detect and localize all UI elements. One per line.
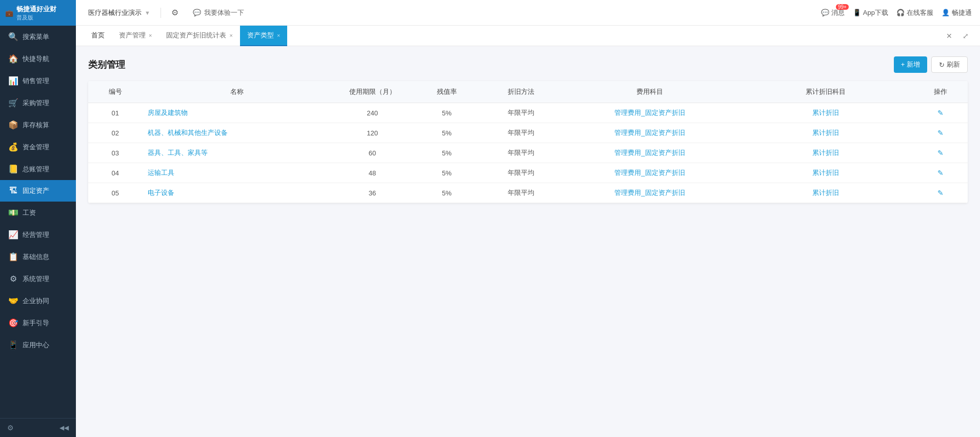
col-header-action: 操作 <box>913 81 968 103</box>
sidebar-item-sales[interactable]: 📊 销售管理 <box>0 70 76 92</box>
edit-button[interactable]: ✎ <box>937 149 944 157</box>
edit-button[interactable]: ✎ <box>937 129 944 137</box>
table-row: 01 房屋及建筑物 240 5% 年限平均 管理费用_固定资产折旧 累计折旧 ✎ <box>88 103 968 123</box>
chart-icon: 📊 <box>8 76 18 86</box>
col-header-code: 编号 <box>88 81 143 103</box>
settings-icon[interactable]: ⚙ <box>7 424 14 432</box>
cell-method: 年限平均 <box>481 123 562 143</box>
sidebar-item-funds[interactable]: 💰 资金管理 <box>0 136 76 158</box>
tab-close-assets-mgmt[interactable]: × <box>149 32 152 38</box>
sidebar-item-inventory[interactable]: 📦 库存核算 <box>0 114 76 136</box>
sidebar-item-label: 资金管理 <box>23 143 49 152</box>
chat-icon: 💬 <box>193 9 201 16</box>
handshake-icon: 🤝 <box>8 296 18 306</box>
avatar-icon: 👤 <box>942 9 950 16</box>
refresh-icon: ↻ <box>939 61 945 69</box>
cell-expense: 管理费用_固定资产折旧 <box>562 143 737 163</box>
sidebar: 💼 畅捷通好业财 普及版 🔍 搜索菜单 🏠 快捷导航 📊 销售管理 🛒 采购管理… <box>0 0 76 437</box>
search-icon: 🔍 <box>8 32 18 42</box>
cell-period: 60 <box>332 143 413 163</box>
tab-assets-mgmt[interactable]: 资产管理 × <box>112 26 159 46</box>
user-name: 畅捷通 <box>952 8 972 17</box>
tab-close-fixed-assets-table[interactable]: × <box>229 32 232 38</box>
sidebar-item-ledger[interactable]: 📒 总账管理 <box>0 158 76 180</box>
cell-code: 03 <box>88 143 143 163</box>
sidebar-item-fixed-assets[interactable]: 🏗 固定资产 <box>0 180 76 202</box>
sidebar-item-label: 总账管理 <box>23 165 49 174</box>
cell-accum: 累计折旧 <box>737 103 913 123</box>
page-title: 类别管理 <box>88 58 125 71</box>
sidebar-item-label: 采购管理 <box>23 98 49 108</box>
experience-button[interactable]: 💬 我要体验一下 <box>189 6 248 19</box>
sidebar-item-basic-info[interactable]: 📋 基础信息 <box>0 246 76 268</box>
cell-action: ✎ <box>913 103 968 123</box>
sidebar-item-guide[interactable]: 🎯 新手引导 <box>0 312 76 334</box>
cell-period: 48 <box>332 163 413 183</box>
sidebar-item-enterprise[interactable]: 🤝 企业协同 <box>0 290 76 312</box>
app-selector[interactable]: 医疗器械行业演示 ▼ <box>84 6 154 19</box>
cell-action: ✎ <box>913 143 968 163</box>
cell-action: ✎ <box>913 123 968 143</box>
table-row: 03 器具、工具、家具等 60 5% 年限平均 管理费用_固定资产折旧 累计折旧… <box>88 143 968 163</box>
tab-asset-type[interactable]: 资产类型 × <box>240 26 287 46</box>
edit-button[interactable]: ✎ <box>937 189 944 197</box>
online-service-button[interactable]: 🎧 在线客服 <box>896 8 933 17</box>
cell-accum: 累计折旧 <box>737 123 913 143</box>
tab-assets-mgmt-label: 资产管理 <box>119 31 146 40</box>
col-header-accum: 累计折旧科目 <box>737 81 913 103</box>
sidebar-item-label: 系统管理 <box>23 274 49 284</box>
sidebar-item-quick-nav[interactable]: 🏠 快捷导航 <box>0 48 76 70</box>
tab-fixed-assets-table[interactable]: 固定资产折旧统计表 × <box>159 26 239 46</box>
service-icon: 🎧 <box>896 9 905 16</box>
trend-icon: 📈 <box>8 230 18 240</box>
edit-button[interactable]: ✎ <box>937 169 944 177</box>
money-icon: 💰 <box>8 142 18 152</box>
refresh-button[interactable]: ↻ 刷新 <box>931 56 968 73</box>
data-table-container: 编号 名称 使用期限（月） 残值率 折旧方法 费用科目 累计折旧科目 操作 01… <box>88 81 968 203</box>
topbar: 医疗器械行业演示 ▼ ⚙ 💬 我要体验一下 💬 消息 99+ 📱 App下载 🎧… <box>76 0 980 26</box>
cell-period: 240 <box>332 103 413 123</box>
sidebar-item-app-center[interactable]: 📱 应用中心 <box>0 334 76 356</box>
sidebar-item-operations[interactable]: 📈 经营管理 <box>0 224 76 246</box>
book-icon: 📒 <box>8 164 18 174</box>
collapse-icon[interactable]: ◀◀ <box>59 424 69 431</box>
cell-name: 电子设备 <box>143 183 332 203</box>
table-header: 编号 名称 使用期限（月） 残值率 折旧方法 费用科目 累计折旧科目 操作 <box>88 81 968 103</box>
col-header-method: 折旧方法 <box>481 81 562 103</box>
messages-button[interactable]: 💬 消息 99+ <box>821 8 845 17</box>
cell-residual: 5% <box>413 183 481 203</box>
target-icon: 🎯 <box>8 318 18 328</box>
home-icon: 🏠 <box>8 54 18 64</box>
sidebar-item-label: 工资 <box>23 208 36 217</box>
tab-maximize-button[interactable]: ⤢ <box>959 30 972 42</box>
sidebar-item-label: 应用中心 <box>23 341 49 350</box>
table-body: 01 房屋及建筑物 240 5% 年限平均 管理费用_固定资产折旧 累计折旧 ✎… <box>88 103 968 203</box>
sidebar-item-system[interactable]: ⚙ 系统管理 <box>0 268 76 290</box>
tab-home[interactable]: 首页 <box>84 26 112 46</box>
message-icon: 💬 <box>821 9 829 16</box>
app-logo: 💼 畅捷通好业财 普及版 <box>0 0 76 26</box>
app-download-label: App下载 <box>863 8 888 17</box>
cell-accum: 累计折旧 <box>737 163 913 183</box>
cell-accum: 累计折旧 <box>737 183 913 203</box>
cell-expense: 管理费用_固定资产折旧 <box>562 183 737 203</box>
app-name: 医疗器械行业演示 <box>88 8 142 17</box>
tab-close-asset-type[interactable]: × <box>277 32 280 38</box>
dropdown-icon: ▼ <box>145 10 150 16</box>
tab-minimize-button[interactable]: ✕ <box>943 30 955 42</box>
cell-expense: 管理费用_固定资产折旧 <box>562 103 737 123</box>
edit-button[interactable]: ✎ <box>937 109 944 117</box>
gear-icon: ⚙ <box>8 274 18 284</box>
sidebar-item-payroll[interactable]: 💵 工资 <box>0 202 76 224</box>
tab-home-label: 首页 <box>91 31 105 40</box>
user-avatar-button[interactable]: 👤 畅捷通 <box>942 8 972 17</box>
sidebar-item-purchase[interactable]: 🛒 采购管理 <box>0 92 76 114</box>
col-header-expense: 费用科目 <box>562 81 737 103</box>
sidebar-item-label: 固定资产 <box>23 186 49 195</box>
app-download-button[interactable]: 📱 App下载 <box>853 8 888 17</box>
asset-type-table: 编号 名称 使用期限（月） 残值率 折旧方法 费用科目 累计折旧科目 操作 01… <box>88 81 968 203</box>
topbar-settings-button[interactable]: ⚙ <box>167 5 183 21</box>
table-row: 05 电子设备 36 5% 年限平均 管理费用_固定资产折旧 累计折旧 ✎ <box>88 183 968 203</box>
new-button[interactable]: + 新增 <box>894 56 927 73</box>
sidebar-item-search[interactable]: 🔍 搜索菜单 <box>0 26 76 48</box>
